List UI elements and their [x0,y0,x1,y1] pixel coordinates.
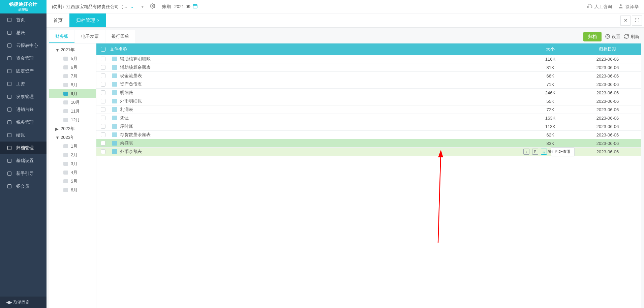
nav-funds[interactable]: 资金管理 [0,52,47,65]
file-size: 81K [527,65,574,70]
close-all-tabs-button[interactable]: ✕ [620,16,631,26]
refresh-button[interactable]: 刷新 [624,34,639,40]
nav-member[interactable]: 畅会员 [0,180,47,193]
file-icon [112,99,117,103]
year-label: 2022年 [61,126,75,132]
table-row[interactable]: 存货数量余额表62K2023-06-06 [96,131,641,139]
tab-归档管理[interactable]: 归档管理× [69,13,106,27]
triangle-down-icon: ▼ [55,135,59,140]
nav-archive[interactable]: 归档管理 [0,142,47,154]
company-caret-icon[interactable]: ⌄ [130,4,134,9]
row-checkbox[interactable] [101,149,105,154]
nav-payroll[interactable]: 工资 [0,78,47,90]
tree-month[interactable]: 4月 [49,168,96,177]
nav-label: 资金管理 [16,55,34,61]
tree-month[interactable]: 6月 [49,186,96,194]
tree-month[interactable]: 10月 [49,98,96,107]
tree-month[interactable]: 1月 [49,142,96,151]
table-row[interactable]: 序时账113K2023-06-06 [96,122,641,131]
nav-guide[interactable]: 新手引导 [0,167,47,180]
nav-home[interactable]: 首页 [0,13,47,26]
row-checkbox[interactable] [101,57,105,61]
tab-首页[interactable]: 首页 [47,13,69,27]
file-icon [112,65,117,70]
tree-year[interactable]: ▼2023年 [49,133,96,142]
tree-month[interactable]: 5月 [49,54,96,63]
tree-month[interactable]: 5月 [49,177,96,186]
tree-month[interactable]: 7月 [49,72,96,81]
table-row[interactable]: 现金流量表66K2023-06-06 [96,72,641,80]
tree-year[interactable]: ▶2022年 [49,124,96,133]
row-checkbox[interactable] [101,65,105,70]
subtab-银行回单[interactable]: 银行回单 [105,30,135,43]
nav-tax[interactable]: 税务管理 [0,116,47,129]
triangle-right-icon: ▶ [55,126,59,131]
file-name: 利润表 [120,106,133,113]
table-row[interactable]: 辅助核算明细账116K2023-06-06 [96,55,641,63]
table-row[interactable]: 辅助核算余额表81K2023-06-06 [96,63,641,72]
table-row[interactable]: 余额表83K2023-06-06 [96,139,641,148]
tree-month[interactable]: 3月 [49,159,96,168]
subtab-电子发票[interactable]: 电子发票 [75,30,105,43]
row-checkbox[interactable] [101,132,105,137]
file-size: 71K [527,82,574,87]
calendar-icon[interactable] [192,3,198,10]
table-row[interactable]: 凭证163K2023-06-06 [96,114,641,122]
table-row[interactable]: 外币明细账55K2023-06-06 [96,97,641,105]
tree-month[interactable]: 12月 [49,116,96,124]
nav-label: 工资 [16,81,25,87]
table-row[interactable]: 外币余额表8K2023-06-06↓P◎PDF查看 [96,148,641,156]
tree-month[interactable]: 11月 [49,107,96,116]
select-all-checkbox[interactable] [101,47,105,52]
file-name: 凭证 [120,115,129,121]
nav-invoice[interactable]: 发票管理 [0,90,47,103]
month-label: 11月 [71,108,80,114]
view-icon[interactable]: ◎ [541,149,547,155]
table-row[interactable]: 资产负债表71K2023-06-06 [96,80,641,89]
tree-month[interactable]: 6月 [49,63,96,72]
row-checkbox[interactable] [101,99,105,103]
file-size: 163K [527,116,574,121]
table-row[interactable]: 明细账246K2023-06-06 [96,89,641,97]
row-checkbox[interactable] [101,82,105,87]
row-checkbox[interactable] [101,107,105,112]
row-checkbox[interactable] [101,90,105,95]
tree-year[interactable]: ▼2021年 [49,45,96,54]
user-menu[interactable]: 徐泽华 [618,3,639,10]
nav-ledger[interactable]: 总账 [0,26,47,39]
file-icon [112,57,117,61]
fullscreen-button[interactable]: ⛶ [632,16,642,26]
nav-purchase-sales[interactable]: 进销台账 [0,103,47,116]
nav-fixed-assets[interactable]: 固定资产 [0,65,47,78]
row-checkbox[interactable] [101,124,105,129]
subtab-财务账[interactable]: 财务账 [49,30,74,43]
support-button[interactable]: 人工咨询 [587,3,612,10]
add-company-button[interactable]: ＋ [140,4,145,10]
folder-icon [63,118,68,122]
archive-button[interactable]: 归档 [583,32,602,41]
tree-month[interactable]: 9月 [49,89,96,98]
tree-month[interactable]: 2月 [49,151,96,159]
settings-button[interactable]: 设置 [605,34,620,40]
nav-cloud-report[interactable]: 云报表中心 [0,39,47,52]
table-row[interactable]: 利润表72K2023-06-06 [96,105,641,114]
play-icon [7,171,12,176]
close-icon[interactable]: × [97,18,99,23]
row-checkbox[interactable] [101,73,105,78]
nav-closing[interactable]: 结账 [0,129,47,142]
tree-month[interactable]: 8月 [49,81,96,89]
period-value[interactable]: 2021-09 [174,4,190,9]
nav-settings[interactable]: 基础设置 [0,154,47,167]
company-selector[interactable]: (勿删）江西服宝精品有限责任公司（... [52,4,127,10]
row-checkbox[interactable] [101,141,105,146]
file-icon [112,90,117,95]
logo: 畅捷通好会计 旗舰版 [0,0,47,13]
download-icon[interactable]: ↓ [523,149,529,155]
nav-label: 云报表中心 [16,42,38,49]
pdf-icon[interactable]: P [532,149,538,155]
unpin-button[interactable]: ◀▶ 取消固定 [0,297,47,308]
nav-label: 基础设置 [16,158,34,164]
row-checkbox[interactable] [101,116,105,120]
company-settings-button[interactable] [150,3,155,10]
svg-rect-13 [8,185,11,188]
